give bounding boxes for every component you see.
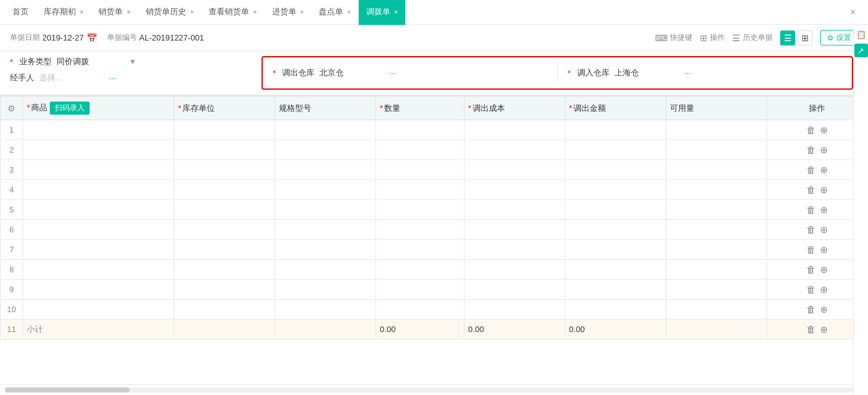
column-settings-icon[interactable]: ⚙ [7, 103, 16, 113]
row-qty-8[interactable] [376, 260, 465, 280]
row-cost-10[interactable] [464, 300, 565, 320]
operations-button[interactable]: ⊞ 操作 [700, 32, 725, 43]
row-amount-6[interactable] [565, 220, 666, 240]
close-tab-sales-history[interactable]: × [190, 8, 194, 16]
row-qty-6[interactable] [376, 220, 465, 240]
row-amount-10[interactable] [565, 300, 666, 320]
row-copy-icon-9[interactable]: ⊕ [820, 284, 828, 295]
calendar-icon[interactable]: 📅 [87, 33, 97, 43]
row-spec-10[interactable] [275, 300, 376, 320]
row-cost-1[interactable] [464, 120, 565, 140]
row-unit-1[interactable] [174, 120, 275, 140]
row-qty-9[interactable] [376, 280, 465, 300]
settings-button[interactable]: ⚙ 设置 [820, 30, 858, 45]
tab-init-stock[interactable]: 库存期初 × [36, 0, 91, 25]
row-unit-3[interactable] [174, 160, 275, 180]
layout-btn-grid[interactable]: ⊞ [798, 31, 813, 45]
close-tab-init-stock[interactable]: × [80, 8, 83, 16]
row-copy-icon-8[interactable]: ⊕ [820, 264, 828, 275]
layout-btn-list[interactable]: ☰ [780, 31, 795, 45]
row-cost-9[interactable] [464, 280, 565, 300]
close-tab-inventory[interactable]: × [347, 8, 351, 16]
row-product-10[interactable] [23, 300, 174, 320]
row-spec-7[interactable] [275, 240, 376, 260]
close-tab-transfer[interactable]: × [394, 8, 398, 16]
row-qty-3[interactable] [376, 160, 465, 180]
tab-purchase-order[interactable]: 进货单 × [265, 0, 311, 25]
row-spec-6[interactable] [275, 220, 376, 240]
tab-home[interactable]: 首页 [5, 0, 36, 25]
close-tab-purchase-order[interactable]: × [300, 8, 304, 16]
row-amount-8[interactable] [565, 260, 666, 280]
row-copy-icon-7[interactable]: ⊕ [820, 244, 828, 255]
row-amount-1[interactable] [565, 120, 666, 140]
row-unit-4[interactable] [174, 180, 275, 200]
row-spec-3[interactable] [275, 160, 376, 180]
row-qty-7[interactable] [376, 240, 465, 260]
row-delete-icon-9[interactable]: 🗑 [806, 284, 816, 295]
row-qty-4[interactable] [376, 180, 465, 200]
row-spec-2[interactable] [275, 140, 376, 160]
handler-value[interactable]: 选择... [39, 72, 101, 83]
row-delete-icon-11[interactable]: 🗑 [806, 324, 816, 335]
row-cost-4[interactable] [464, 180, 565, 200]
business-type-value[interactable]: 同价调拨 [57, 56, 119, 67]
close-tab-view-sales[interactable]: × [253, 8, 257, 16]
tab-inventory[interactable]: 盘点单 × [311, 0, 358, 25]
row-copy-icon-4[interactable]: ⊕ [820, 184, 828, 195]
row-amount-4[interactable] [565, 180, 666, 200]
row-spec-9[interactable] [275, 280, 376, 300]
row-cost-6[interactable] [464, 220, 565, 240]
row-qty-10[interactable] [376, 300, 465, 320]
row-unit-7[interactable] [174, 240, 275, 260]
row-copy-icon-2[interactable]: ⊕ [820, 145, 828, 155]
row-delete-icon-4[interactable]: 🗑 [806, 184, 816, 195]
row-product-4[interactable] [23, 180, 174, 200]
scan-input-button[interactable]: 扫码录入 [50, 102, 90, 115]
row-product-5[interactable] [23, 200, 174, 220]
handler-more-button[interactable]: ··· [109, 73, 116, 83]
row-copy-icon-11[interactable]: ⊕ [820, 324, 828, 335]
row-amount-3[interactable] [565, 160, 666, 180]
window-close-button[interactable]: × [843, 2, 863, 22]
row-delete-icon-3[interactable]: 🗑 [806, 164, 816, 175]
tab-view-sales[interactable]: 查看销货单 × [201, 0, 264, 25]
tab-sales-history[interactable]: 销货单历史 × [138, 0, 201, 25]
row-unit-5[interactable] [174, 200, 275, 220]
row-product-1[interactable] [23, 120, 174, 140]
row-product-9[interactable] [23, 280, 174, 300]
row-delete-icon-1[interactable]: 🗑 [806, 125, 816, 135]
row-unit-10[interactable] [174, 300, 275, 320]
row-copy-icon-10[interactable]: ⊕ [820, 304, 828, 315]
row-copy-icon-5[interactable]: ⊕ [820, 204, 828, 215]
row-spec-5[interactable] [275, 200, 376, 220]
row-qty-2[interactable] [376, 140, 465, 160]
row-amount-2[interactable] [565, 140, 666, 160]
row-delete-icon-7[interactable]: 🗑 [806, 244, 816, 255]
warehouse-out-value[interactable]: 北京仓 [319, 67, 382, 79]
row-product-6[interactable] [23, 220, 174, 240]
row-delete-icon-2[interactable]: 🗑 [806, 145, 816, 155]
row-unit-9[interactable] [174, 280, 275, 300]
row-cost-3[interactable] [464, 160, 565, 180]
row-qty-5[interactable] [376, 200, 465, 220]
row-delete-icon-6[interactable]: 🗑 [806, 224, 816, 235]
row-product-3[interactable] [23, 160, 174, 180]
row-product-7[interactable] [23, 240, 174, 260]
tab-sales-order[interactable]: 销货单 × [91, 0, 138, 25]
row-qty-1[interactable] [376, 120, 465, 140]
row-amount-9[interactable] [565, 280, 666, 300]
row-delete-icon-8[interactable]: 🗑 [806, 264, 816, 275]
shortcuts-button[interactable]: ⌨ 快捷键 [655, 32, 692, 43]
tab-transfer[interactable]: 调拨单 × [359, 0, 405, 25]
row-unit-6[interactable] [174, 220, 275, 240]
warehouse-out-more[interactable]: ··· [389, 68, 397, 78]
row-cost-2[interactable] [464, 140, 565, 160]
row-delete-icon-10[interactable]: 🗑 [806, 304, 816, 315]
row-amount-5[interactable] [565, 200, 666, 220]
row-cost-7[interactable] [464, 240, 565, 260]
row-product-8[interactable] [23, 260, 174, 280]
row-cost-5[interactable] [464, 200, 565, 220]
warehouse-in-value[interactable]: 上海仓 [615, 67, 677, 79]
row-product-2[interactable] [23, 140, 174, 160]
